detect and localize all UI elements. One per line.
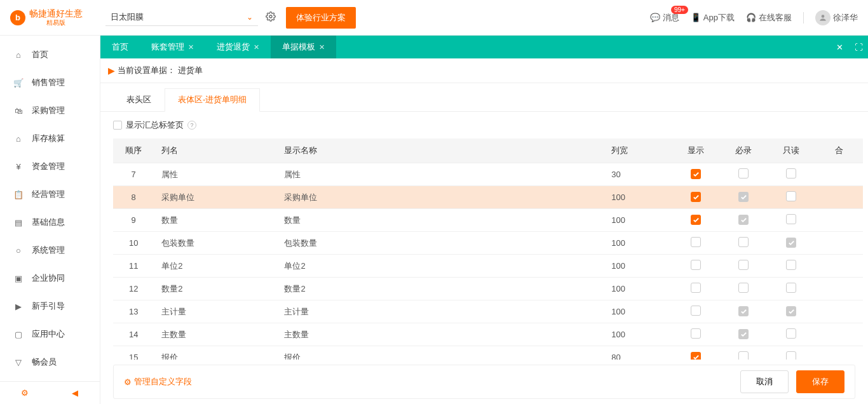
sidebar-item-1[interactable]: 🛒销售管理 xyxy=(0,69,100,97)
cell-display[interactable]: 报价 xyxy=(276,346,604,360)
sidebar-settings-icon[interactable]: ⚙ xyxy=(0,382,50,404)
cell-display[interactable]: 主数量 xyxy=(276,323,604,346)
show-summary-checkbox[interactable] xyxy=(113,121,122,130)
required-checkbox[interactable] xyxy=(738,283,749,293)
sidebar-item-0[interactable]: ⌂首页 xyxy=(0,41,100,69)
cell-display[interactable]: 数量 xyxy=(276,209,604,232)
table-row[interactable]: 15 报价 报价 80 xyxy=(113,346,863,360)
readonly-checkbox[interactable] xyxy=(786,328,796,339)
show-checkbox[interactable] xyxy=(691,283,701,293)
message-icon: 💬 xyxy=(650,13,660,22)
tab-1[interactable]: 账套管理✕ xyxy=(140,36,205,58)
user-menu[interactable]: 徐泽华 xyxy=(815,10,858,25)
cell-width[interactable]: 100 xyxy=(604,255,672,278)
sidebar-item-5[interactable]: 📋经营管理 xyxy=(0,180,100,208)
show-checkbox[interactable] xyxy=(691,192,701,202)
system-icon: ○ xyxy=(13,245,24,256)
headset-icon: 🎧 xyxy=(746,13,756,22)
messages-button[interactable]: 💬 消息 99+ xyxy=(650,12,679,24)
tab-3[interactable]: 单据模板✕ xyxy=(271,36,336,58)
table-row[interactable]: 13 主计量 主计量 100 xyxy=(113,300,863,323)
cell-display[interactable]: 主计量 xyxy=(276,300,604,323)
sidebar-item-label: 应用中心 xyxy=(32,328,65,340)
save-button[interactable]: 保存 xyxy=(796,370,844,393)
readonly-checkbox[interactable] xyxy=(786,214,796,224)
gear-icon: ⚙ xyxy=(124,377,132,387)
cell-width[interactable]: 80 xyxy=(604,346,672,360)
cell-display[interactable]: 数量2 xyxy=(276,278,604,300)
readonly-checkbox[interactable] xyxy=(786,283,796,293)
cell-width[interactable]: 100 xyxy=(604,232,672,255)
readonly-checkbox xyxy=(786,306,796,316)
sidebar-item-label: 企业协同 xyxy=(32,273,65,284)
show-checkbox[interactable] xyxy=(691,306,701,316)
show-checkbox[interactable] xyxy=(691,260,701,270)
table-row[interactable]: 10 包装数量 包装数量 100 xyxy=(113,232,863,255)
tab-fullscreen-icon[interactable]: ⛶ xyxy=(849,36,868,58)
sidebar-collapse-icon[interactable]: ◀ xyxy=(50,382,100,404)
cell-width[interactable]: 100 xyxy=(604,300,672,323)
cell-width[interactable]: 100 xyxy=(604,278,672,300)
show-checkbox[interactable] xyxy=(691,169,701,179)
experience-button[interactable]: 体验行业方案 xyxy=(286,7,356,29)
context-prefix: 当前设置单据： xyxy=(118,65,175,76)
logo-icon: b xyxy=(10,10,25,25)
settings-gear-icon[interactable] xyxy=(266,11,276,24)
show-checkbox[interactable] xyxy=(691,215,701,225)
cell-width[interactable]: 100 xyxy=(604,323,672,346)
cell-display[interactable]: 属性 xyxy=(276,163,604,186)
close-icon[interactable]: ✕ xyxy=(319,43,325,51)
table-row[interactable]: 9 数量 数量 100 xyxy=(113,209,863,232)
table-row[interactable]: 8 采购单位 采购单位 100 xyxy=(113,186,863,209)
sidebar-item-2[interactable]: 🛍采购管理 xyxy=(0,97,100,125)
table-row[interactable]: 14 主数量 主数量 100 xyxy=(113,323,863,346)
required-checkbox[interactable] xyxy=(738,260,749,270)
cell-seq: 15 xyxy=(113,346,154,360)
tab-2[interactable]: 进货退货✕ xyxy=(205,36,271,58)
show-checkbox[interactable] xyxy=(691,328,701,339)
sidebar-item-7[interactable]: ○系统管理 xyxy=(0,236,100,264)
tab-0[interactable]: 首页 xyxy=(100,36,140,58)
cell-display[interactable]: 包装数量 xyxy=(276,232,604,255)
sidebar-item-8[interactable]: ▣企业协同 xyxy=(0,264,100,292)
table-row[interactable]: 7 属性 属性 30 xyxy=(113,163,863,186)
cell-display[interactable]: 采购单位 xyxy=(276,186,604,209)
sub-tab-0[interactable]: 表头区 xyxy=(113,88,165,111)
cell-display[interactable]: 单位2 xyxy=(276,255,604,278)
readonly-checkbox[interactable] xyxy=(786,168,796,178)
th-width: 列宽 xyxy=(604,138,672,163)
cancel-button[interactable]: 取消 xyxy=(740,370,789,393)
cell-width[interactable]: 100 xyxy=(604,186,672,209)
logo-subtitle: 精易版 xyxy=(29,18,83,27)
collab-icon: ▣ xyxy=(13,273,24,284)
show-checkbox[interactable] xyxy=(691,352,701,360)
required-checkbox[interactable] xyxy=(738,351,749,360)
sidebar-item-11[interactable]: ▽畅会员 xyxy=(0,348,100,376)
account-selector[interactable]: 日太阳膜 ⌄ xyxy=(105,9,258,26)
help-icon[interactable]: ? xyxy=(187,121,196,130)
close-icon[interactable]: ✕ xyxy=(188,43,194,51)
cell-name: 主数量 xyxy=(154,323,276,346)
sidebar-item-4[interactable]: ¥资金管理 xyxy=(0,152,100,180)
readonly-checkbox[interactable] xyxy=(786,260,796,270)
sub-tab-1[interactable]: 表体区-进货单明细 xyxy=(165,88,260,112)
cell-width[interactable]: 100 xyxy=(604,209,672,232)
sidebar-item-6[interactable]: ▤基础信息 xyxy=(0,208,100,236)
readonly-checkbox[interactable] xyxy=(786,191,796,201)
customer-service-button[interactable]: 🎧 在线客服 xyxy=(746,12,792,24)
app-download-label: App下载 xyxy=(703,12,735,24)
required-checkbox[interactable] xyxy=(738,237,749,247)
table-row[interactable]: 11 单位2 单位2 100 xyxy=(113,255,863,278)
cell-width[interactable]: 30 xyxy=(604,163,672,186)
table-row[interactable]: 12 数量2 数量2 100 xyxy=(113,278,863,300)
app-download-button[interactable]: 📱 App下载 xyxy=(691,12,735,24)
sidebar-item-9[interactable]: ▶新手引导 xyxy=(0,292,100,320)
sidebar-item-10[interactable]: ▢应用中心 xyxy=(0,320,100,348)
readonly-checkbox[interactable] xyxy=(786,351,796,360)
tab-close-all-icon[interactable]: ✕ xyxy=(830,36,849,58)
sidebar-item-3[interactable]: ⌂库存核算 xyxy=(0,125,100,152)
close-icon[interactable]: ✕ xyxy=(254,43,259,51)
show-checkbox[interactable] xyxy=(691,237,701,247)
required-checkbox[interactable] xyxy=(738,168,749,178)
manage-custom-fields-link[interactable]: ⚙ 管理自定义字段 xyxy=(124,376,192,387)
